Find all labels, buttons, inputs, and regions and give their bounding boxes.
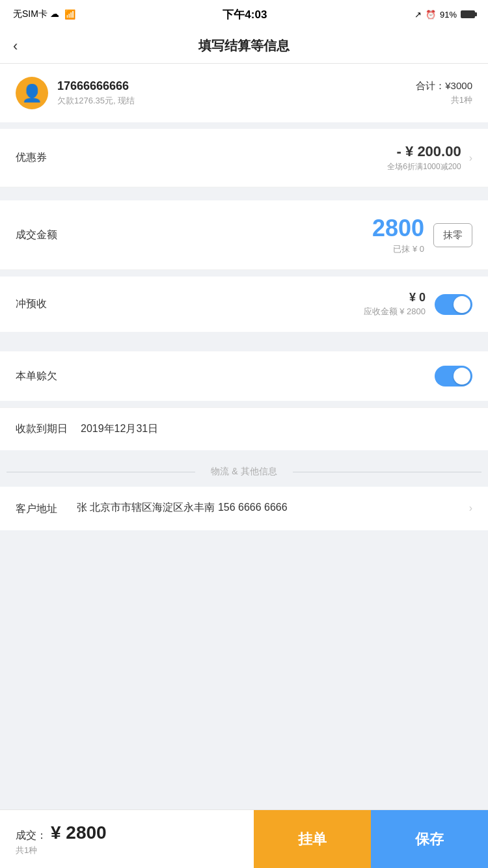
battery-text: 91% [440,10,457,20]
footer-label: 成交： [16,829,47,843]
duedate-value: 2019年12月31日 [81,422,158,436]
status-left: 无SIM卡 ☁ 📶 [13,8,75,20]
gray-divider-1 [0,194,488,200]
prepaid-label: 冲预收 [16,297,47,311]
prepaid-right: ¥ 0 应收金额 ¥ 2800 [364,291,472,318]
duedate-label: 收款到期日 [16,422,68,436]
empty-space [0,537,488,667]
status-right: ↗ ⏰ 91% [414,10,475,20]
avatar: 👤 [16,77,48,109]
address-chevron-icon: › [469,501,472,514]
customer-left: 👤 17666666666 欠款1276.35元, 现结 [16,77,135,109]
alarm-icon: ⏰ [426,10,436,20]
status-bar: 无SIM卡 ☁ 📶 下午4:03 ↗ ⏰ 91% [0,0,488,29]
battery-icon [461,10,475,18]
header-line-right [293,472,481,472]
address-row[interactable]: 客户地址 张 北京市市辖区海淀区永丰南 156 6666 6666 › [0,487,488,530]
customer-phone: 17666666666 [57,79,135,93]
prepaid-sub: 应收金额 ¥ 2800 [364,306,426,318]
transaction-row: 成交金额 2800 已抹 ¥ 0 抹零 [0,200,488,270]
footer-amount: ¥ 2800 [51,822,107,843]
coupon-sub: 全场6折满1000减200 [387,161,461,172]
avatar-icon: 👤 [21,83,42,103]
debt-row: 本单赊欠 [0,351,488,401]
location-icon: ↗ [414,10,422,20]
duedate-row: 收款到期日 2019年12月31日 [0,407,488,450]
coupon-amount: - ¥ 200.00 [387,143,461,160]
transaction-amount: 2800 [372,215,424,242]
coupon-right: - ¥ 200.00 全场6折满1000减200 › [387,143,472,172]
logistics-section-header: 物流 & 其他信息 [0,457,488,487]
hang-button[interactable]: 挂单 [254,810,371,868]
transaction-amount-wrap: 2800 已抹 ¥ 0 [372,215,424,255]
footer-info: 成交： ¥ 2800 共1种 [0,822,254,856]
total-amount: 合计：¥3000 [416,80,472,92]
bottom-footer: 成交： ¥ 2800 共1种 挂单 保存 [0,809,488,868]
coupon-row[interactable]: 优惠券 - ¥ 200.00 全场6折满1000减200 › [0,129,488,187]
transaction-sub: 已抹 ¥ 0 [372,243,424,255]
header-line-left [7,472,195,472]
debt-label: 本单赊欠 [16,370,57,383]
customer-total: 合计：¥3000 共1种 [416,80,472,106]
footer-sub: 共1种 [16,845,238,856]
sim-text: 无SIM卡 ☁ [13,8,59,20]
back-button[interactable]: ‹ [13,38,18,55]
round-button[interactable]: 抹零 [433,223,472,247]
customer-sub-text: 欠款1276.35元, 现结 [57,95,135,107]
coupon-label: 优惠券 [16,151,47,165]
prepaid-row: 冲预收 ¥ 0 应收金额 ¥ 2800 [0,277,488,332]
prepaid-amount: ¥ 0 [364,291,426,305]
prepaid-toggle[interactable] [435,294,472,315]
transaction-label: 成交金额 [16,228,57,242]
wifi-icon: 📶 [64,9,75,20]
address-label: 客户地址 [16,501,57,516]
gray-divider-2 [0,338,488,345]
customer-info-section: 👤 17666666666 欠款1276.35元, 现结 合计：¥3000 共1… [0,64,488,122]
status-time: 下午4:03 [223,7,267,22]
debt-toggle[interactable] [435,366,472,387]
logistics-label: 物流 & 其他信息 [211,466,277,478]
customer-details: 17666666666 欠款1276.35元, 现结 [57,79,135,107]
content-area: 👤 17666666666 欠款1276.35元, 现结 合计：¥3000 共1… [0,64,488,732]
prepaid-amount-wrap: ¥ 0 应收金额 ¥ 2800 [364,291,426,318]
page-title: 填写结算等信息 [198,37,290,55]
transaction-right: 2800 已抹 ¥ 0 抹零 [372,215,472,255]
address-value: 张 北京市市辖区海淀区永丰南 156 6666 6666 [77,501,463,515]
save-button[interactable]: 保存 [371,810,488,868]
total-count: 共1种 [416,94,472,106]
nav-bar: ‹ 填写结算等信息 [0,29,488,64]
chevron-right-icon: › [469,152,472,164]
